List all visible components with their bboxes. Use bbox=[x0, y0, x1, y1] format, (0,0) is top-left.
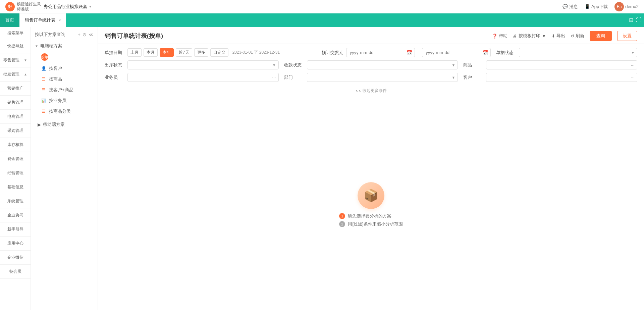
filter-row-3: 业务员 ··· 部门 ▼ bbox=[105, 73, 637, 82]
product-input[interactable] bbox=[486, 60, 637, 69]
sidebar-item-enterprise[interactable]: 企业协同 bbox=[0, 208, 31, 222]
search-menu-btn[interactable]: 搜索菜单 bbox=[0, 27, 31, 39]
collapse-btn[interactable]: ∧∧ 收起更多条件 bbox=[355, 88, 387, 94]
by-category-label: 按商品分类 bbox=[49, 108, 71, 114]
sidebar-item-finance[interactable]: 资金管理 bbox=[0, 152, 31, 166]
customer-input[interactable] bbox=[486, 73, 637, 82]
appstore-label: 应用中心 bbox=[7, 241, 23, 246]
user-avatar: Ea bbox=[614, 2, 624, 11]
left-panel-header: 按以下方案查询 + ⊙ ≪ bbox=[31, 30, 98, 40]
ecom-label: 电商管理 bbox=[7, 114, 23, 119]
sidebar-item-basic[interactable]: 基础信息 bbox=[0, 180, 31, 194]
sidebar-item-wholesale[interactable]: 批发管理 ▲ bbox=[0, 67, 31, 82]
sidebar-item-marketing[interactable]: 营销推广 bbox=[0, 82, 31, 96]
app-download-btn[interactable]: 📱 App下载 bbox=[585, 4, 608, 10]
status-label: 单据状态 bbox=[496, 50, 516, 56]
refresh-label: 刷新 bbox=[576, 33, 584, 39]
desktop-group-header[interactable]: ▼ 电脑端方案 bbox=[31, 41, 98, 51]
expected-date-start-input[interactable] bbox=[346, 48, 415, 57]
refresh-btn[interactable]: ↺ 刷新 bbox=[571, 33, 584, 39]
sidebar-item-appstore[interactable]: 应用中心 bbox=[0, 237, 31, 251]
member-label: 畅会员 bbox=[9, 269, 21, 274]
message-btn[interactable]: 💬 消息 bbox=[562, 4, 578, 10]
outbound-select[interactable] bbox=[127, 60, 279, 69]
tab-active[interactable]: 销售订单统计表 × bbox=[19, 13, 66, 27]
mobile-group-arrow: ▶ bbox=[38, 122, 41, 127]
tab-close-btn[interactable]: × bbox=[59, 18, 61, 22]
salesman-dots-btn[interactable]: ··· bbox=[272, 75, 276, 80]
date-last-month-btn[interactable]: 上月 bbox=[127, 48, 142, 57]
payment-select[interactable] bbox=[307, 60, 458, 69]
collapse-panel-btn[interactable]: ≪ bbox=[89, 32, 94, 37]
sidebar-item-system[interactable]: 系统管理 bbox=[0, 194, 31, 208]
user-menu[interactable]: Ea demo2 bbox=[614, 2, 639, 11]
desktop-group-arrow: ▼ bbox=[35, 44, 38, 48]
sidebar-item-member[interactable]: 畅会员 bbox=[0, 265, 31, 279]
date-7days-btn[interactable]: 近7天 bbox=[176, 48, 192, 57]
settings-btn[interactable]: 设置 bbox=[617, 31, 637, 41]
sidebar: 搜索菜单 快捷导航 零售管理 ▼ 批发管理 ▲ 营销推广 销售管理 电商管理 采… bbox=[0, 27, 31, 310]
export-btn[interactable]: ⬇ 导出 bbox=[551, 33, 565, 39]
date-more-btn[interactable]: 更多 bbox=[194, 48, 208, 57]
date-custom-btn[interactable]: 自定义 bbox=[210, 48, 228, 57]
scheme-by-product[interactable]: ☰ 按商品 bbox=[31, 74, 98, 85]
product-dots-btn[interactable]: ··· bbox=[631, 62, 635, 68]
tab-home[interactable]: 首页 bbox=[0, 13, 19, 27]
username-label: demo2 bbox=[625, 4, 639, 9]
left-panel-title: 按以下方案查询 bbox=[35, 32, 65, 38]
edit-scheme-btn[interactable]: ⊙ bbox=[83, 32, 87, 37]
operations-label: 经营管理 bbox=[7, 170, 23, 176]
add-scheme-btn[interactable]: + bbox=[78, 32, 80, 37]
query-btn[interactable]: 查询 bbox=[590, 31, 612, 41]
collapse-label: 收起更多条件 bbox=[363, 88, 387, 94]
sidebar-item-wechat[interactable]: 企业微信 bbox=[0, 251, 31, 265]
sidebar-item-newbie[interactable]: 新手引导 bbox=[0, 222, 31, 237]
by-customer-icon: 👤 bbox=[41, 66, 46, 71]
basic-label: 基础信息 bbox=[7, 184, 23, 190]
status-select[interactable] bbox=[519, 48, 637, 57]
scheme-by-category[interactable]: ☰ 按商品分类 bbox=[31, 106, 98, 117]
export-label: 导出 bbox=[556, 33, 565, 39]
tab-expand-btn[interactable]: ⛶ bbox=[636, 17, 641, 23]
app-download-label: App下载 bbox=[591, 4, 608, 10]
salesman-input[interactable] bbox=[127, 73, 279, 82]
company-name: 办公用品行业模拟账套 bbox=[44, 4, 87, 10]
scheme-by-order[interactable]: 按单 bbox=[31, 51, 98, 63]
dept-select[interactable] bbox=[307, 73, 458, 82]
date-this-month-btn[interactable]: 本月 bbox=[144, 48, 158, 57]
expected-date-field: 预计交货期 📅 — 📅 bbox=[322, 48, 491, 57]
scheme-by-cust-prod[interactable]: ☰ 按客户+商品 bbox=[31, 85, 98, 95]
customer-dots-btn[interactable]: ··· bbox=[631, 75, 635, 80]
enterprise-label: 企业协同 bbox=[7, 212, 23, 218]
date-this-year-btn[interactable]: 本年 bbox=[160, 48, 174, 57]
sidebar-item-sales[interactable]: 销售管理 bbox=[0, 96, 31, 110]
company-dropdown-arrow: ▼ bbox=[89, 5, 92, 8]
company-selector[interactable]: 办公用品行业模拟账套 ▼ bbox=[44, 4, 92, 10]
wechat-label: 企业微信 bbox=[7, 255, 23, 260]
print-icon: 🖨 bbox=[513, 34, 517, 39]
sidebar-item-purchase[interactable]: 采购管理 bbox=[0, 124, 31, 138]
sidebar-item-operations[interactable]: 经营管理 bbox=[0, 166, 31, 180]
expected-date-end-input[interactable] bbox=[422, 48, 491, 57]
scheme-by-salesman[interactable]: 📊 按业务员 bbox=[31, 95, 98, 106]
sidebar-item-quick-nav[interactable]: 快捷导航 bbox=[0, 39, 31, 53]
tab-minimize-btn[interactable]: ⊟ bbox=[629, 17, 633, 23]
hint-text-2: 用[过滤]条件来缩小分析范围 bbox=[348, 221, 402, 227]
active-tab-label: 销售订单统计表 bbox=[25, 17, 55, 23]
sidebar-item-ecom[interactable]: 电商管理 bbox=[0, 110, 31, 124]
by-salesman-icon: 📊 bbox=[41, 98, 46, 103]
product-label: 商品 bbox=[463, 62, 483, 68]
header-left: 好 畅捷通好生意 标准版 办公用品行业模拟账套 ▼ bbox=[5, 2, 92, 11]
mobile-scheme-group: ▶ 移动端方案 bbox=[31, 118, 98, 131]
scheme-by-customer[interactable]: 👤 按客户 bbox=[31, 63, 98, 74]
sidebar-item-retail[interactable]: 零售管理 ▼ bbox=[0, 53, 31, 67]
help-btn[interactable]: ❓ 帮助 bbox=[492, 33, 507, 39]
print-btn[interactable]: 🖨 按模板打印 ▼ bbox=[513, 33, 546, 39]
sidebar-item-inventory[interactable]: 库存核算 bbox=[0, 138, 31, 152]
mobile-group-header[interactable]: ▶ 移动端方案 bbox=[31, 119, 98, 130]
message-label: 消息 bbox=[569, 4, 578, 10]
expected-date-end-wrapper: 📅 bbox=[422, 48, 491, 57]
page-actions: ❓ 帮助 🖨 按模板打印 ▼ ⬇ 导出 ↺ 刷新 bbox=[492, 31, 637, 41]
content-area: 按以下方案查询 + ⊙ ≪ ▼ 电脑端方案 按单 👤 按客户 bbox=[31, 27, 644, 310]
by-salesman-label: 按业务员 bbox=[49, 98, 66, 104]
